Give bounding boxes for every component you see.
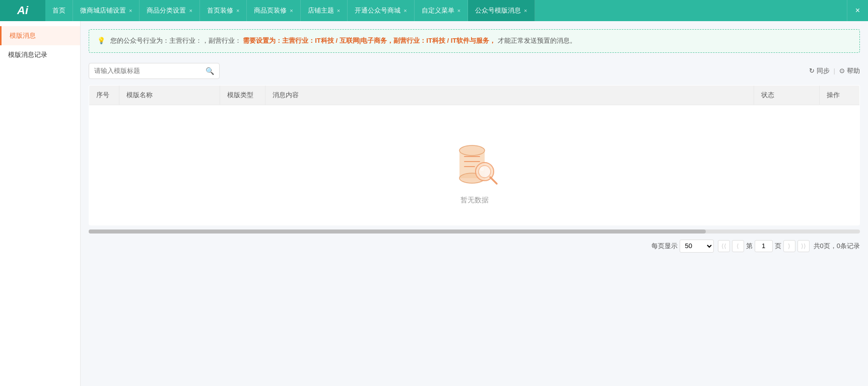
sync-label: 同步 [817, 66, 830, 75]
notice-banner: 💡 您的公众号行业为：主营行业：，副营行业： 需要设置为：主营行业：IT科技 /… [89, 29, 860, 53]
notice-highlight: 需要设置为：主营行业：IT科技 / 互联网|电子商务，副营行业：IT科技 / I… [243, 37, 496, 44]
pagination: 每页显示 10 20 50 100 ⟨⟨ ⟨ 第 页 ⟩ ⟩⟩ 共0页，0条记录 [89, 238, 860, 255]
nav-tab-5[interactable]: 店铺主题× [301, 0, 348, 21]
data-table: 序号 模版名称 模版类型 消息内容 状态 操作 [89, 85, 860, 225]
tab-close-btn-7[interactable]: × [457, 8, 460, 14]
help-icon: ⊙ [839, 67, 845, 74]
tab-close-btn-1[interactable]: × [129, 8, 132, 14]
svg-line-10 [490, 177, 497, 184]
sync-icon: ↻ [809, 67, 815, 74]
search-bar: 🔍 ↻ 同步 | ⊙ 帮助 [89, 63, 860, 79]
sync-button[interactable]: ↻ 同步 [809, 66, 830, 75]
toolbar-right: ↻ 同步 | ⊙ 帮助 [809, 66, 860, 75]
col-name: 模版名称 [119, 85, 220, 105]
main-content: 💡 您的公众号行业为：主营行业：，副营行业： 需要设置为：主营行业：IT科技 /… [81, 21, 868, 386]
nav-tab-1[interactable]: 微商城店铺设置× [73, 0, 140, 21]
tab-close-btn-5[interactable]: × [337, 8, 340, 14]
horizontal-scrollbar[interactable] [89, 229, 860, 234]
help-button[interactable]: ⊙ 帮助 [839, 66, 860, 75]
table-body: 暂无数据 [89, 105, 860, 225]
app-logo: Ai [0, 0, 45, 21]
next-page-button[interactable]: ⟩ [783, 240, 795, 252]
svg-point-11 [480, 167, 484, 171]
empty-text: 暂无数据 [460, 196, 489, 205]
nav-tab-4[interactable]: 商品页装修× [247, 0, 300, 21]
empty-illustration [444, 135, 505, 196]
tab-close-btn-8[interactable]: × [524, 8, 527, 14]
table-header: 序号 模版名称 模版类型 消息内容 状态 操作 [89, 85, 860, 105]
per-page-select: 每页显示 10 20 50 100 [651, 240, 714, 253]
page-number-input[interactable] [755, 240, 773, 252]
nav-tab-6[interactable]: 开通公众号商城× [348, 0, 414, 21]
col-action: 操作 [820, 85, 860, 105]
total-info: 共0页，0条记录 [814, 242, 860, 251]
col-content: 消息内容 [265, 85, 754, 105]
nav-tab-2[interactable]: 商品分类设置× [140, 0, 199, 21]
search-input-wrapper: 🔍 [89, 63, 220, 79]
search-input[interactable] [94, 67, 206, 74]
col-type: 模版类型 [220, 85, 265, 105]
nav-tabs-container: 首页微商城店铺设置×商品分类设置×首页装修×商品页装修×店铺主题×开通公众号商城… [45, 0, 847, 21]
sidebar-item-template-message-record[interactable]: 模版消息记录 [0, 45, 80, 64]
col-status: 状态 [754, 85, 820, 105]
per-page-label: 每页显示 [651, 242, 678, 251]
sidebar: 模版消息 模版消息记录 [0, 21, 81, 386]
close-all-tabs-button[interactable]: × [847, 0, 868, 21]
sidebar-item-template-message[interactable]: 模版消息 [0, 26, 80, 45]
col-index: 序号 [89, 85, 119, 105]
tab-close-btn-6[interactable]: × [404, 8, 407, 14]
empty-state: 暂无数据 [89, 105, 859, 225]
per-page-dropdown[interactable]: 10 20 50 100 [680, 240, 714, 253]
first-page-button[interactable]: ⟨⟨ [718, 240, 730, 252]
scrollbar-thumb[interactable] [89, 229, 706, 234]
page-navigation: ⟨⟨ ⟨ 第 页 ⟩ ⟩⟩ [718, 240, 810, 252]
page-label: 第 [746, 242, 753, 251]
empty-row: 暂无数据 [89, 105, 860, 225]
notice-icon: 💡 [97, 37, 105, 44]
prev-page-button[interactable]: ⟨ [732, 240, 744, 252]
page-suffix: 页 [775, 242, 781, 251]
nav-tab-8[interactable]: 公众号模版消息× [468, 0, 535, 21]
toolbar-divider: | [834, 67, 835, 74]
notice-prefix: 您的公众号行业为：主营行业：，副营行业： [110, 37, 241, 44]
last-page-button[interactable]: ⟩⟩ [797, 240, 810, 252]
help-label: 帮助 [847, 66, 860, 75]
notice-suffix: 才能正常发送预置的消息。 [498, 37, 576, 44]
svg-point-9 [479, 166, 491, 178]
nav-tab-7[interactable]: 自定义菜单× [415, 0, 468, 21]
tab-close-btn-2[interactable]: × [189, 8, 192, 14]
tab-close-btn-4[interactable]: × [290, 8, 293, 14]
search-icon[interactable]: 🔍 [206, 67, 214, 75]
table-header-row: 序号 模版名称 模版类型 消息内容 状态 操作 [89, 85, 860, 105]
top-navigation: Ai 首页微商城店铺设置×商品分类设置×首页装修×商品页装修×店铺主题×开通公众… [0, 0, 868, 21]
tab-close-btn-3[interactable]: × [236, 8, 239, 14]
nav-tab-3[interactable]: 首页装修× [200, 0, 247, 21]
main-layout: 模版消息 模版消息记录 💡 您的公众号行业为：主营行业：，副营行业： 需要设置为… [0, 21, 868, 386]
nav-tab-0[interactable]: 首页 [45, 0, 73, 21]
